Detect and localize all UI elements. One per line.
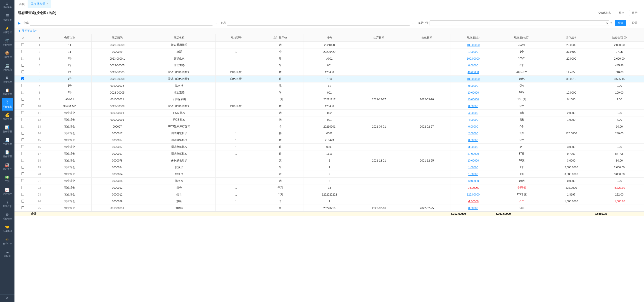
warehouse-input[interactable] xyxy=(30,21,213,26)
settings-button[interactable]: 设置 xyxy=(629,20,640,26)
row-checkbox[interactable] xyxy=(14,116,31,123)
row-checkbox[interactable] xyxy=(14,130,31,137)
row-qty-main[interactable]: 100.00000 xyxy=(451,42,496,49)
tab-home[interactable]: 首页 xyxy=(16,0,28,8)
row-product-name: 批次次 xyxy=(143,171,216,178)
row-checkbox[interactable] xyxy=(14,49,31,55)
row-checkbox[interactable] xyxy=(14,198,31,205)
sidebar-item-system[interactable]: ⚙系统管理 xyxy=(2,210,13,223)
sidebar-item-wholesale[interactable]: 📦批发管理 xyxy=(2,49,13,61)
sidebar-item-ecom[interactable]: 🖥电商管理 xyxy=(2,74,13,86)
sidebar-item-cloud[interactable]: ☁云应用 xyxy=(2,248,13,260)
sidebar-item-inventory[interactable]: 🗄库存核查 xyxy=(2,98,13,111)
row-qty-main[interactable]: 3.00000 xyxy=(451,144,496,150)
retail-icon: 🛒 xyxy=(3,39,12,43)
row-checkbox[interactable] xyxy=(14,205,31,212)
sidebar-item-invoice[interactable]: 🧾发票管理 xyxy=(2,135,13,148)
sidebar-logo[interactable]: ☰ 搜索菜单 xyxy=(0,0,14,11)
sidebar-item-enterprise[interactable]: 🤝企业协同 xyxy=(2,223,13,235)
row-checkbox[interactable] xyxy=(14,191,31,198)
row-checkbox[interactable] xyxy=(14,76,31,82)
row-qty-main[interactable]: 2.00000 xyxy=(451,130,496,137)
row-checkbox[interactable] xyxy=(14,82,31,89)
row-expire-date xyxy=(403,42,451,49)
row-qty-main[interactable]: 10.00000 xyxy=(451,157,496,164)
row-qty-main[interactable]: -16.00000 xyxy=(451,184,496,191)
row-checkbox[interactable] xyxy=(14,178,31,184)
row-qty-stock: 0件 xyxy=(496,103,548,110)
row-batch: 20220429 xyxy=(304,49,355,55)
product-input[interactable] xyxy=(227,21,410,26)
row-qty-main[interactable]: 10.00000 xyxy=(451,89,496,96)
row-qty-main[interactable]: -1.00000 xyxy=(451,198,496,205)
row-checkbox[interactable] xyxy=(14,42,31,49)
sidebar-label-cloud: 云应用 xyxy=(4,255,11,257)
tab-batch-inventory[interactable]: 库存批次量× xyxy=(28,0,51,8)
row-checkbox[interactable] xyxy=(14,62,31,69)
row-checkbox[interactable] xyxy=(14,171,31,178)
row-checkbox[interactable] xyxy=(14,55,31,62)
row-number: 11 xyxy=(31,110,48,116)
row-checkbox[interactable] xyxy=(14,110,31,116)
row-qty-main[interactable]: 0.00000 xyxy=(451,137,496,144)
row-qty-stock: -16千克 xyxy=(496,184,548,191)
row-checkbox[interactable] xyxy=(14,69,31,76)
sidebar-item-basic[interactable]: ℹ基础信息 xyxy=(2,198,13,210)
sidebar-item-fixed-asset[interactable]: 🏭固定资产 xyxy=(2,161,13,173)
row-checkbox[interactable] xyxy=(14,137,31,144)
row-qty-main[interactable]: 0.00000 xyxy=(451,205,496,212)
row-qty-main[interactable]: 87.00000 xyxy=(451,150,496,157)
row-qty-main[interactable]: 1.00000 xyxy=(451,49,496,55)
sidebar-item-new-guide[interactable]: 🎓新手引导 xyxy=(2,235,13,248)
row-checkbox[interactable] xyxy=(14,144,31,150)
sidebar-item-small-ecom[interactable]: 💻小额电商 xyxy=(2,61,13,74)
row-checkbox[interactable] xyxy=(14,123,31,130)
row-qty-main[interactable]: 122.00000 xyxy=(451,191,496,198)
tab-close-batch-inventory[interactable]: × xyxy=(46,2,48,6)
row-checkbox[interactable] xyxy=(14,184,31,191)
row-product-code: 0023-00005 xyxy=(92,89,143,96)
row-product-code: 000900001 xyxy=(92,110,143,116)
export-button[interactable]: 导出 xyxy=(616,10,627,16)
row-qty-main[interactable]: 100.00000 xyxy=(451,76,496,82)
row-checkbox[interactable] xyxy=(14,157,31,164)
row-warehouse: 测试遴选2 xyxy=(48,103,92,110)
row-checkbox[interactable] xyxy=(14,103,31,110)
sidebar-item-tax[interactable]: 📑税务管理 xyxy=(2,148,13,161)
row-qty-main[interactable]: 0.00000 xyxy=(451,82,496,89)
row-spec xyxy=(215,164,257,171)
row-qty-main[interactable]: 49.60000 xyxy=(451,69,496,76)
show-button[interactable]: 显示 xyxy=(629,10,640,16)
row-qty-main[interactable]: 4.00000 xyxy=(451,116,496,123)
sidebar-item-general[interactable]: 📊总账管理 xyxy=(2,123,13,135)
row-qty-main[interactable]: 10.00000 xyxy=(451,178,496,184)
row-checkbox[interactable] xyxy=(14,96,31,103)
row-qty-main[interactable]: 0.00000 xyxy=(451,123,496,130)
row-amount: 4.00 xyxy=(595,116,644,123)
row-qty-main[interactable]: 10.00000 xyxy=(451,96,496,103)
row-checkbox[interactable] xyxy=(14,164,31,171)
row-qty-main[interactable]: 100.00000 xyxy=(451,55,496,62)
row-qty-main[interactable]: 1.00000 xyxy=(451,171,496,178)
sidebar-item-search[interactable]: ☰搜索菜单 xyxy=(2,11,13,24)
row-checkbox[interactable] xyxy=(14,150,31,157)
row-qty-main[interactable]: 4.00000 xyxy=(451,110,496,116)
expand-filter-icon[interactable]: ▶ xyxy=(18,21,20,25)
table-row: 31号0023-0000...测试批次斤A001100.00000100斤20.… xyxy=(14,55,644,62)
row-qty-main[interactable]: 0.00000 xyxy=(451,62,496,69)
sidebar-item-payroll[interactable]: 💵工资 xyxy=(2,173,13,185)
row-qty-main[interactable]: 0.00000 xyxy=(451,103,496,110)
sidebar-settings[interactable]: ⚙ xyxy=(0,294,14,302)
sidebar-item-quick-nav[interactable]: ⚡快捷导航 xyxy=(2,24,13,36)
row-checkbox[interactable] xyxy=(14,89,31,96)
sidebar-item-purchase[interactable]: 📋采购管理 xyxy=(2,86,13,98)
print-button[interactable]: 按编码打印 xyxy=(595,10,614,16)
category-select[interactable] xyxy=(430,20,609,26)
sidebar-item-retail[interactable]: 🛒零售管理 xyxy=(2,36,13,49)
row-batch: 11 xyxy=(304,82,355,89)
sidebar-item-asset[interactable]: 💰资金管理 xyxy=(2,111,13,123)
search-button[interactable]: 查询 xyxy=(615,20,626,26)
expand-conditions-button[interactable]: ▼ 展开更多条件 xyxy=(18,29,640,33)
row-qty-main[interactable]: 1.00000 xyxy=(451,164,496,171)
sidebar-item-mgmt[interactable]: 📈经营管理 xyxy=(2,185,13,198)
